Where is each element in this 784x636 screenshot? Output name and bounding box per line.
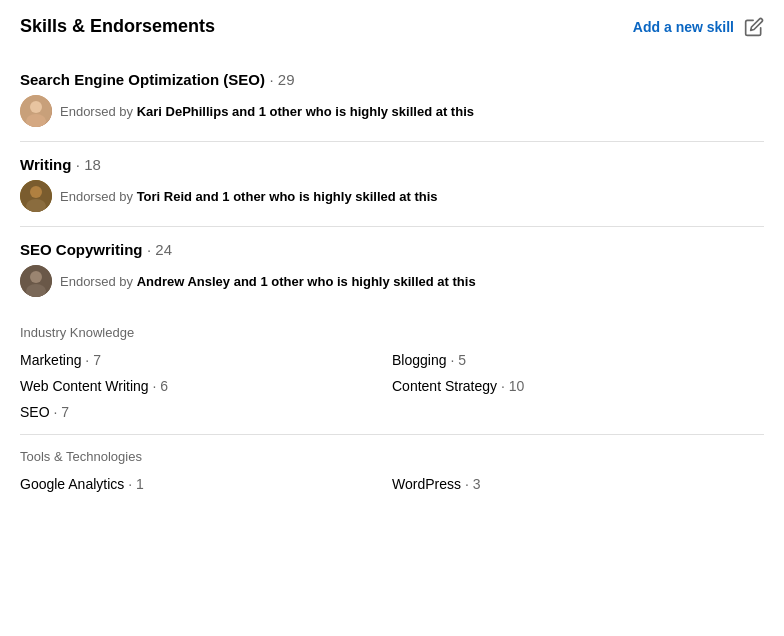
list-item: Web Content Writing · 6 (20, 378, 392, 394)
skill-count-blogging: · 5 (450, 352, 466, 368)
tools-title: Tools & Technologies (20, 449, 764, 464)
skill-name-writing: Writing (20, 156, 71, 173)
skill-name-marketing: Marketing (20, 352, 81, 368)
list-item: WordPress · 3 (392, 476, 764, 492)
svg-point-1 (30, 101, 42, 113)
skill-name-wordpress: WordPress (392, 476, 461, 492)
tools-section: Tools & Technologies Google Analytics · … (20, 435, 764, 506)
skill-count-marketing: · 7 (85, 352, 101, 368)
skill-name-seo-industry: SEO (20, 404, 50, 420)
skill-count-google-analytics: · 1 (128, 476, 144, 492)
industry-section: Industry Knowledge Marketing · 7 Bloggin… (20, 311, 764, 435)
industry-title: Industry Knowledge (20, 325, 764, 340)
skill-count-seo-copy: · 24 (147, 241, 172, 258)
skill-name-seo-copy: SEO Copywriting (20, 241, 143, 258)
skill-item-writing: Writing · 18 Endorsed by Tori Reid and 1… (20, 142, 764, 227)
skill-name-content-strategy: Content Strategy (392, 378, 497, 394)
endorsed-text-seo: Endorsed by Kari DePhillips and 1 other … (60, 104, 474, 119)
add-skill-link[interactable]: Add a new skill (633, 19, 734, 35)
header-actions: Add a new skill (633, 17, 764, 37)
skill-name-google-analytics: Google Analytics (20, 476, 124, 492)
endorsement-row-writing: Endorsed by Tori Reid and 1 other who is… (20, 180, 764, 212)
list-item: Content Strategy · 10 (392, 378, 764, 394)
page-container: Skills & Endorsements Add a new skill Se… (0, 0, 784, 522)
skill-count-seo-industry: · 7 (53, 404, 69, 420)
svg-point-4 (30, 186, 42, 198)
endorser-name-seo: Kari DePhillips and 1 other who is highl… (137, 104, 474, 119)
endorser-name-writing: Tori Reid and 1 other who is highly skil… (137, 189, 438, 204)
header: Skills & Endorsements Add a new skill (20, 16, 764, 37)
list-item: Marketing · 7 (20, 352, 392, 368)
top-skills-list: Search Engine Optimization (SEO) · 29 En… (20, 57, 764, 311)
skill-count-seo: · 29 (270, 71, 295, 88)
endorsement-row-seo-copy: Endorsed by Andrew Ansley and 1 other wh… (20, 265, 764, 297)
skill-item-seo-copy: SEO Copywriting · 24 Endorsed by Andrew … (20, 227, 764, 311)
skill-count-writing: · 18 (76, 156, 101, 173)
tools-skills-grid: Google Analytics · 1 WordPress · 3 (20, 476, 764, 492)
skill-name-web-content: Web Content Writing (20, 378, 149, 394)
avatar-andrew (20, 265, 52, 297)
avatar-kari (20, 95, 52, 127)
skill-count-web-content: · 6 (153, 378, 169, 394)
skill-item-seo: Search Engine Optimization (SEO) · 29 En… (20, 57, 764, 142)
skill-name-seo: Search Engine Optimization (SEO) (20, 71, 265, 88)
endorsed-text-writing: Endorsed by Tori Reid and 1 other who is… (60, 189, 438, 204)
industry-skills-grid: Marketing · 7 Blogging · 5 Web Content W… (20, 352, 764, 420)
page-title: Skills & Endorsements (20, 16, 215, 37)
avatar-tori (20, 180, 52, 212)
list-item: Google Analytics · 1 (20, 476, 392, 492)
endorser-name-seo-copy: Andrew Ansley and 1 other who is highly … (137, 274, 476, 289)
svg-point-7 (30, 271, 42, 283)
edit-icon[interactable] (744, 17, 764, 37)
skill-count-content-strategy: · 10 (501, 378, 524, 394)
endorsed-text-seo-copy: Endorsed by Andrew Ansley and 1 other wh… (60, 274, 476, 289)
skill-name-blogging: Blogging (392, 352, 447, 368)
skill-count-wordpress: · 3 (465, 476, 481, 492)
list-item: Blogging · 5 (392, 352, 764, 368)
endorsement-row-seo: Endorsed by Kari DePhillips and 1 other … (20, 95, 764, 127)
list-item: SEO · 7 (20, 404, 392, 420)
